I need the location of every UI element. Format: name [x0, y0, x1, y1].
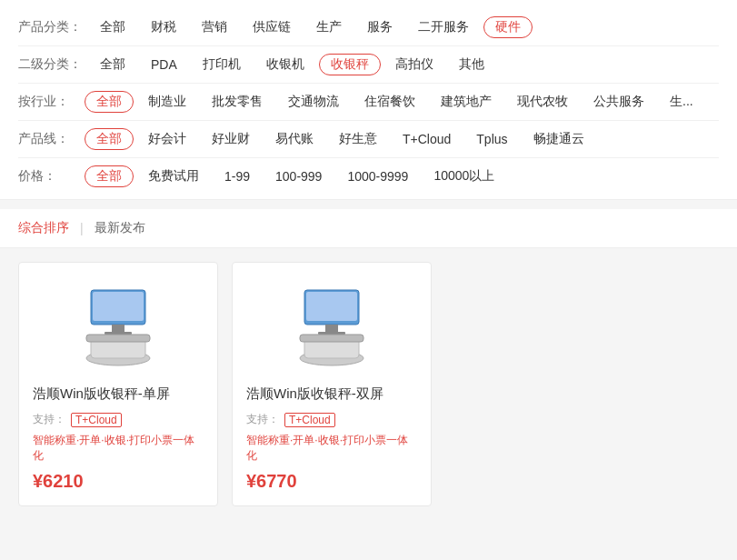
- product-desc-product1: 智能称重·开单·收银·打印小票一体化: [33, 433, 204, 464]
- filter-item-category-production[interactable]: 生产: [305, 17, 353, 37]
- svg-rect-2: [112, 325, 124, 332]
- support-label-product1: 支持：: [33, 412, 65, 427]
- filter-item-productline-hkj[interactable]: 好会计: [137, 129, 197, 149]
- support-tag-product2: T+Cloud: [284, 413, 335, 427]
- filter-items-industry: 全部制造业批发零售交通物流住宿餐饮建筑地产现代农牧公共服务生...: [85, 91, 708, 113]
- sort-divider: |: [76, 221, 87, 235]
- sort-item-comprehensive[interactable]: 综合排序: [18, 218, 76, 238]
- filter-row-productline: 产品线： 全部好会计好业财易代账好生意T+CloudTplus畅捷通云: [18, 121, 719, 158]
- filter-item-price-100-999[interactable]: 100-999: [264, 167, 333, 185]
- svg-rect-9: [325, 325, 338, 332]
- filter-item-category-hardware[interactable]: 硬件: [483, 16, 533, 38]
- sort-item-latest[interactable]: 最新发布: [87, 218, 153, 238]
- filter-item-subcategory-cashregister[interactable]: 收银机: [255, 55, 315, 75]
- filter-item-price-10000up[interactable]: 10000以上: [423, 166, 505, 186]
- svg-rect-1: [93, 292, 144, 321]
- products-area: 浩顺Win版收银秤-单屏 支持： T+Cloud 智能称重·开单·收银·打印小票…: [0, 248, 737, 520]
- filter-item-productline-changjie[interactable]: 畅捷通云: [523, 129, 595, 149]
- filter-item-subcategory-all[interactable]: 全部: [89, 55, 136, 75]
- filter-label-industry: 按行业：: [18, 94, 77, 110]
- filter-item-industry-construction[interactable]: 建筑地产: [430, 92, 503, 112]
- filter-items-subcategory: 全部PDA打印机收银机收银秤高拍仪其他: [89, 54, 499, 75]
- product-title-product1: 浩顺Win版收银秤-单屏: [33, 385, 204, 403]
- filter-item-productline-all[interactable]: 全部: [85, 128, 134, 150]
- filter-label-productline: 产品线：: [18, 131, 77, 147]
- filter-item-category-twoopen[interactable]: 二开服务: [407, 17, 480, 37]
- support-label-product2: 支持：: [246, 412, 279, 427]
- filter-item-category-tax[interactable]: 财税: [140, 17, 187, 37]
- filter-row-price: 价格： 全部免费试用1-99100-9991000-999910000以上: [18, 158, 719, 195]
- filter-item-productline-ydz[interactable]: 易代账: [264, 129, 324, 149]
- filter-item-category-supply[interactable]: 供应链: [242, 17, 302, 37]
- filter-item-productline-tcloud[interactable]: T+Cloud: [392, 130, 462, 148]
- filter-item-category-service[interactable]: 服务: [356, 17, 403, 37]
- product-image-product2: [246, 281, 417, 372]
- product-desc-product2: 智能称重·开单·收银·打印小票一体化: [246, 433, 417, 464]
- filter-item-category-all[interactable]: 全部: [89, 17, 136, 37]
- filter-item-subcategory-highshot[interactable]: 高拍仪: [384, 55, 444, 75]
- filter-item-price-free[interactable]: 免费试用: [137, 166, 210, 186]
- filter-item-subcategory-pda[interactable]: PDA: [140, 55, 188, 74]
- filter-item-productline-tplus[interactable]: Tplus: [465, 130, 518, 148]
- product-image-product1: [33, 281, 204, 372]
- filter-item-industry-public[interactable]: 公共服务: [583, 92, 655, 112]
- filter-items-price: 全部免费试用1-99100-9991000-999910000以上: [85, 165, 509, 187]
- filter-item-productline-hyc[interactable]: 好业财: [201, 129, 261, 149]
- filter-item-industry-transport[interactable]: 交通物流: [277, 92, 350, 112]
- filter-item-category-marketing[interactable]: 营销: [191, 17, 238, 37]
- product-support-product1: 支持： T+Cloud: [33, 412, 204, 427]
- filter-section: 产品分类： 全部财税营销供应链生产服务二开服务硬件 二级分类： 全部PDA打印机…: [0, 0, 737, 200]
- filter-row-category: 产品分类： 全部财税营销供应链生产服务二开服务硬件: [18, 9, 719, 46]
- filter-row-subcategory: 二级分类： 全部PDA打印机收银机收银秤高拍仪其他: [18, 46, 719, 84]
- filter-label-category: 产品分类：: [18, 19, 82, 35]
- product-price-product1: ¥6210: [33, 471, 204, 492]
- filter-item-subcategory-other[interactable]: 其他: [448, 55, 495, 75]
- filter-item-productline-hss[interactable]: 好生意: [328, 129, 388, 149]
- product-card-product1[interactable]: 浩顺Win版收银秤-单屏 支持： T+Cloud 智能称重·开单·收银·打印小票…: [18, 262, 218, 506]
- filter-item-price-all[interactable]: 全部: [85, 165, 134, 187]
- product-price-product2: ¥6770: [246, 471, 417, 492]
- filter-item-industry-wholesale[interactable]: 批发零售: [201, 92, 274, 112]
- filter-item-industry-agriculture[interactable]: 现代农牧: [506, 92, 579, 112]
- sort-bar: 综合排序 | 最新发布: [0, 209, 737, 248]
- filter-items-productline: 全部好会计好业财易代账好生意T+CloudTplus畅捷通云: [85, 128, 599, 150]
- filter-label-price: 价格：: [18, 168, 77, 185]
- filter-label-subcategory: 二级分类：: [18, 56, 82, 73]
- filter-row-industry: 按行业： 全部制造业批发零售交通物流住宿餐饮建筑地产现代农牧公共服务生...: [18, 84, 719, 121]
- product-card-product2[interactable]: 浩顺Win版收银秤-双屏 支持： T+Cloud 智能称重·开单·收银·打印小票…: [232, 262, 432, 506]
- filter-items-category: 全部财税营销供应链生产服务二开服务硬件: [89, 16, 536, 38]
- filter-item-subcategory-scale[interactable]: 收银秤: [319, 54, 381, 75]
- product-support-product2: 支持： T+Cloud: [246, 412, 417, 427]
- filter-item-price-1000-9999[interactable]: 1000-9999: [336, 167, 419, 185]
- svg-rect-13: [300, 335, 364, 342]
- filter-item-price-1-99[interactable]: 1-99: [214, 167, 261, 185]
- filter-item-industry-hotel[interactable]: 住宿餐饮: [354, 92, 426, 112]
- filter-item-industry-all[interactable]: 全部: [85, 91, 134, 113]
- filter-item-subcategory-printer[interactable]: 打印机: [192, 55, 252, 75]
- support-tag-product1: T+Cloud: [71, 413, 122, 427]
- svg-rect-6: [86, 335, 150, 342]
- product-title-product2: 浩顺Win版收银秤-双屏: [246, 385, 417, 403]
- filter-item-industry-more[interactable]: 生...: [659, 92, 704, 112]
- filter-item-industry-manufacture[interactable]: 制造业: [137, 92, 197, 112]
- svg-rect-8: [306, 292, 357, 321]
